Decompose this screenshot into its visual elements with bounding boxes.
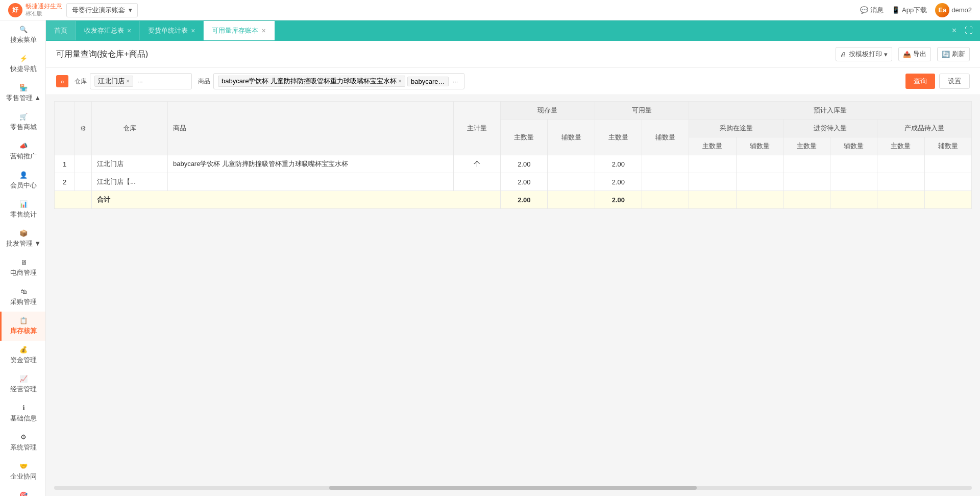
refresh-btn[interactable]: 🔄 刷新 [937, 47, 970, 61]
th-inbound-pending: 进货待入量 [783, 120, 877, 137]
close-tab-available-inventory[interactable]: × [261, 27, 265, 34]
inventory-table: ⚙ 仓库 商品 主计量 现存量 可用量 预计入库量 主数量 [54, 101, 972, 209]
logo-text: 畅捷通好生意 [26, 3, 62, 10]
sidebar-item-member-center[interactable]: 👤 会员中心 [0, 166, 45, 195]
user-area[interactable]: Ea demo2 [935, 3, 972, 17]
setting-button[interactable]: 设置 [939, 74, 970, 89]
th-gear[interactable]: ⚙ [75, 102, 92, 155]
order-stats-tab[interactable]: 要货单统计表 × [140, 21, 204, 40]
operations-icon: 📈 [19, 375, 28, 383]
remove-product-tag-1[interactable]: × [398, 78, 402, 85]
industry-select[interactable]: 母婴行业演示账套 ▾ [66, 3, 138, 17]
th-product: 商品 [167, 102, 453, 155]
row-curr-aux-1 [548, 173, 595, 191]
query-button[interactable]: 查询 [905, 74, 935, 89]
total-p5 [877, 191, 924, 209]
available-inventory-tab[interactable]: 可用量库存账本 × [204, 21, 274, 40]
th-inbound-aux: 辅数量 [830, 137, 877, 155]
close-tab-inventory-summary[interactable]: × [127, 27, 131, 34]
th-production-pending: 产成品待入量 [877, 120, 972, 137]
username: demo2 [951, 6, 972, 14]
total-p1 [689, 191, 736, 209]
sidebar-item-retail-mall[interactable]: 🛒 零售商城 [0, 108, 45, 137]
avatar: Ea [935, 3, 949, 17]
order-stats-label: 要货单统计表 [148, 26, 188, 35]
horizontal-scrollbar[interactable] [54, 486, 972, 490]
close-tab-order-stats[interactable]: × [191, 27, 195, 34]
message-action[interactable]: 💬 消息 [860, 6, 884, 15]
row-ip-aux-0 [830, 155, 877, 173]
filter-toggle-btn[interactable]: » [56, 75, 68, 87]
product-tag-1-text: babycare学饮杯 儿童防摔防撞吸管杯重力球吸嘴杯宝宝水杯 [222, 77, 397, 86]
print-label: 按模板打印 [849, 50, 882, 59]
industry-select-label: 母婴行业演示账套 [72, 6, 125, 15]
sidebar-item-operations[interactable]: 📈 经营管理 [0, 370, 45, 399]
th-current-aux-qty: 辅数量 [548, 120, 595, 155]
app-download-action[interactable]: 📱 App下载 [892, 6, 927, 15]
row-avail-aux-0 [642, 155, 689, 173]
total-avail-main: 2.00 [595, 191, 642, 209]
collab-icon: 🤝 [19, 462, 28, 470]
close-all-tabs-btn[interactable]: × [949, 24, 960, 37]
member-label: 会员中心 [10, 181, 37, 190]
remove-warehouse-tag[interactable]: × [126, 78, 130, 85]
total-p6 [924, 191, 971, 209]
expand-tabs-btn[interactable]: ⛶ [962, 24, 976, 37]
warehouse-more-dots[interactable]: ··· [135, 78, 145, 85]
message-label: 消息 [870, 6, 884, 15]
tabs-end: × ⛶ [949, 24, 980, 37]
print-icon: 🖨 [840, 51, 847, 58]
total-avail-aux [642, 191, 689, 209]
print-template-btn[interactable]: 🖨 按模板打印 ▾ [836, 47, 892, 61]
sidebar-item-enterprise-collab[interactable]: 🤝 企业协同 [0, 457, 45, 486]
logo-sub: 标准版 [26, 10, 62, 17]
product-filter-input[interactable]: babycare学饮杯 儿童防摔防撞吸管杯重力球吸嘴杯宝宝水杯 × babyca… [213, 73, 464, 89]
row-unit-1 [453, 173, 500, 191]
wholesale-icon: 📦 [19, 229, 28, 237]
table-row: 1 江北门店 babycare学饮杯 儿童防摔防撞吸管杯重力球吸嘴杯宝宝水杯 个… [55, 155, 972, 173]
sidebar-item-beginner[interactable]: 🎯 新手引导 [0, 486, 45, 496]
row-avail-main-1: 2.00 [595, 173, 642, 191]
row-num-0: 1 [55, 155, 75, 173]
inventory-summary-tab[interactable]: 收发存汇总表 × [76, 21, 140, 40]
sidebar-item-quicknav[interactable]: ⚡ 快捷导航 [0, 50, 45, 79]
sidebar-item-wholesale-manage[interactable]: 📦 批发管理 ▼ [0, 224, 45, 253]
th-avail-aux-qty: 辅数量 [642, 120, 689, 155]
product-filter-group: 商品 babycare学饮杯 儿童防摔防撞吸管杯重力球吸嘴杯宝宝水杯 × bab… [198, 73, 464, 89]
product-more-dots[interactable]: ··· [451, 78, 460, 85]
row-product-1 [167, 173, 453, 191]
inventory-summary-label: 收发存汇总表 [84, 26, 124, 35]
sidebar-item-ecommerce[interactable]: 🖥 电商管理 [0, 253, 45, 282]
th-avail-main-qty: 主数量 [595, 120, 642, 155]
sidebar-item-marketing[interactable]: 📣 营销推广 [0, 137, 45, 166]
sidebar-item-retail-stats[interactable]: 📊 零售统计 [0, 195, 45, 224]
gear-icon[interactable]: ⚙ [80, 125, 86, 132]
ecommerce-label: 电商管理 [10, 268, 37, 277]
product-tag-2-text: babycare… [411, 78, 445, 85]
row-pt-main-1 [689, 173, 736, 191]
sidebar-item-system[interactable]: ⚙ 系统管理 [0, 428, 45, 457]
home-tab[interactable]: 首页 [46, 21, 76, 40]
warehouse-filter-input[interactable]: 江北门店 × ··· [90, 73, 192, 89]
logo-icon: 好 [8, 3, 22, 17]
row-product-0: babycare学饮杯 儿童防摔防撞吸管杯重力球吸嘴杯宝宝水杯 [167, 155, 453, 173]
row-unit-0: 个 [453, 155, 500, 173]
product-tag-1: babycare学饮杯 儿童防摔防撞吸管杯重力球吸嘴杯宝宝水杯 × [218, 76, 405, 87]
available-inventory-label: 可用量库存账本 [212, 26, 258, 35]
sidebar-item-basic-info[interactable]: ℹ 基础信息 [0, 399, 45, 428]
row-gear-1 [75, 173, 92, 191]
sidebar-item-retail-manage[interactable]: 🏪 零售管理 ▲ [0, 79, 45, 108]
export-btn[interactable]: 📤 导出 [898, 47, 931, 61]
sidebar-item-inventory-calc[interactable]: 📋 库存核算 [0, 312, 45, 341]
wholesale-label: 批发管理 ▼ [6, 239, 41, 248]
sidebar-item-finance[interactable]: 💰 资金管理 [0, 341, 45, 370]
sidebar-search-label: 搜索菜单 [10, 35, 37, 44]
th-purchase-aux: 辅数量 [736, 137, 783, 155]
refresh-label: 刷新 [952, 50, 965, 59]
sidebar-item-purchase[interactable]: 🛍 采购管理 [0, 282, 45, 312]
row-prod-main-0 [877, 155, 924, 173]
inventory-icon: 📋 [19, 317, 28, 324]
beginner-icon: 🎯 [19, 491, 28, 496]
sidebar-item-search[interactable]: 🔍 搜索菜单 [0, 20, 45, 50]
inventory-calc-label: 库存核算 [10, 326, 37, 336]
